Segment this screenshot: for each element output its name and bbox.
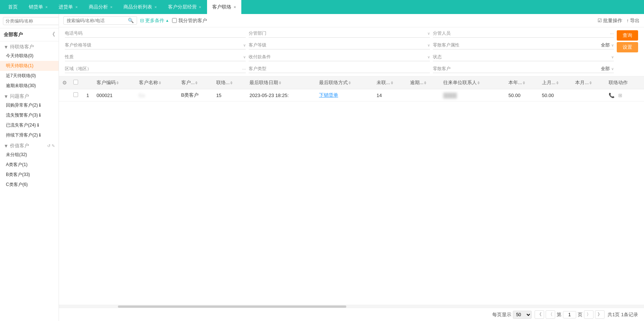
sidebar-item-ungrouped[interactable]: 未分组(32) [0,150,59,160]
td-type: B类客户 [179,89,214,101]
page-suffix: 页 [578,311,582,318]
nav-sales-close[interactable]: × [45,5,48,9]
sidebar-item-tomorrow[interactable]: 明天待联络(1) [0,61,59,71]
action-phone-icon[interactable]: 📞 [609,93,615,98]
nav-purchase[interactable]: 进货单 × [53,0,83,14]
page-prev-btn[interactable]: 〈 [546,310,555,319]
th-settings[interactable]: ⚙ [59,76,70,89]
sidebar-search-input[interactable] [3,17,59,25]
sidebar-all-customers[interactable]: 全部客户 《 [0,28,59,41]
nav-sales[interactable]: 销货单 × [24,0,53,14]
header-checkbox[interactable] [73,80,78,84]
page-next-btn[interactable]: 〉 [584,310,594,319]
filter-customer-level: 客户等级 ∨ [249,42,430,49]
nav-customer-contact-close[interactable]: × [234,5,236,9]
batch-operation-btn[interactable]: ☑ 批量操作 [598,17,622,24]
action-more-icon[interactable]: ⊞ [618,93,622,98]
page-last-btn[interactable]: 》 [595,310,605,319]
page-first-btn[interactable]: 《 [535,310,544,319]
last-method-link[interactable]: 下销货单 [319,92,338,98]
sidebar-group-pending[interactable]: ▼ 待联络客户 [0,41,59,51]
horizontal-scrollbar[interactable] [59,305,644,308]
sidebar-item-overdue[interactable]: 逾期未联络(30) [0,81,59,91]
sort-icon-contacts [230,81,232,84]
scrollbar-thumb[interactable] [118,306,346,308]
nav-home[interactable]: 首页 [3,0,23,14]
td-last-method[interactable]: 下销货单 [317,89,374,101]
query-button[interactable]: 查询 [617,30,638,41]
nav-customer-contact[interactable]: 客户联络 × [207,0,241,14]
search-input[interactable] [67,18,126,23]
search-icon[interactable]: 🔍 [128,18,134,23]
th-last-method[interactable]: 最后联络方式 [317,76,374,89]
th-this-month[interactable]: 本月... [573,76,606,89]
export-btn[interactable]: ↑ 导出 [627,17,640,24]
th-contacts[interactable]: 联络... [214,76,248,89]
th-last-month[interactable]: 上月... [540,76,573,89]
filter-phone-input[interactable] [85,31,246,36]
th-this-year[interactable]: 本年... [506,76,540,89]
sidebar-item-today[interactable]: 今天待联络(0) [0,51,59,61]
sidebar-item-repurchase-abnormal[interactable]: 回购异常客户(2) ℹ [0,100,59,110]
nav-purchase-close[interactable]: × [75,5,77,9]
th-type[interactable]: 客户... [179,76,214,89]
sidebar-item-lost[interactable]: 已流失客户(24) ℹ [0,120,59,130]
nav-analysis[interactable]: 商品分析 × [84,0,118,14]
value-customer-edit[interactable]: ↺ ✎ [47,144,55,148]
table-row: 1 000021 Ea B类客户 15 2023-05-23 18:25: 下销… [59,89,644,101]
nav-analysis-list-close[interactable]: × [154,5,157,9]
filter-price-level-select[interactable]: ∨ [94,43,246,47]
nav-analysis-list[interactable]: 商品分析列表 × [118,0,162,14]
my-customers-checkbox-label[interactable]: 我分管的客户 [172,17,207,24]
filter-buttons: 查询 设置 [617,30,638,73]
sidebar-item-7days[interactable]: 近7天待联络(0) [0,71,59,81]
th-code[interactable]: 客户编码 [94,76,137,89]
table-area: ⚙ 客户编码 客户名称 客户... 联络... 最后联络日期 最后联络方式 未联… [59,76,644,305]
gear-icon[interactable]: ⚙ [62,80,67,86]
filter-payment: 收付款条件 ∨ [249,54,430,61]
nav-customer-layer-close[interactable]: × [199,5,201,9]
more-filter-btn[interactable]: ⊟ 更多条件 ▲ [140,17,169,24]
td-checkbox[interactable] [70,89,81,101]
sort-icon-last-month [556,81,559,84]
th-name[interactable]: 客户名称 [137,76,179,89]
filter-manager-select[interactable]: ··· [453,31,614,36]
filter-customer-type: 客户类型 [249,66,430,73]
filter-customer-type-input[interactable] [269,66,430,72]
th-last-date[interactable]: 最后联络日期 [247,76,317,89]
page-label: 第 [557,311,561,318]
sidebar-group-value[interactable]: ▼ 价值客户 ↺ ✎ [0,140,59,150]
th-overdue[interactable]: 逾期... [408,76,441,89]
th-checkbox[interactable] [70,76,81,89]
sort-icon-this-year [523,81,525,84]
nav-analysis-close[interactable]: × [110,5,112,9]
filter-status-select[interactable]: ∨ [444,55,614,59]
filter-dept-select[interactable]: ∨ [269,31,430,35]
th-unit-contact[interactable]: 往来单位联系人 [441,76,506,89]
filter-customer-level-select[interactable]: ∨ [269,43,430,47]
th-not-contacted[interactable]: 未联... [374,76,408,89]
page-number-input[interactable] [563,311,576,318]
sidebar-item-lost-warning[interactable]: 流失预警客户(3) ℹ [0,110,59,120]
sidebar-item-class-a[interactable]: A类客户(1) [0,160,59,170]
filter-retail-attr: 零散客户属性 全部 ∨ [433,42,614,49]
filter-region: 区域（地区） ··· [65,66,246,73]
sidebar-item-class-b[interactable]: B类客户(33) [0,170,59,180]
td-this-year: 50.00 [506,89,540,101]
my-customers-checkbox[interactable] [172,18,177,23]
page-size-select[interactable]: 50 10 20 100 [513,311,532,319]
filter-retail-customer-select[interactable]: 全部 ∨ [453,66,614,72]
set-button[interactable]: 设置 [617,42,638,52]
filter-nature-select[interactable]: ∨ [76,55,246,59]
sidebar-item-declining[interactable]: 持续下滑客户(2) ℹ [0,130,59,140]
sort-icon-type [195,81,197,84]
filter-region-select[interactable]: ··· [94,66,246,72]
nav-customer-layer[interactable]: 客户分层经营 × [163,0,206,14]
row-checkbox[interactable] [73,92,78,97]
sidebar-item-class-c[interactable]: C类客户(6) [0,180,59,190]
status-dropdown-icon: ∨ [611,55,614,59]
filter-retail-attr-select[interactable]: 全部 ∨ [462,42,614,48]
sidebar-collapse-btn[interactable]: 《 [50,31,55,38]
filter-payment-select[interactable]: ∨ [273,55,430,59]
sidebar-group-problem[interactable]: ▼ 问题客户 [0,91,59,100]
